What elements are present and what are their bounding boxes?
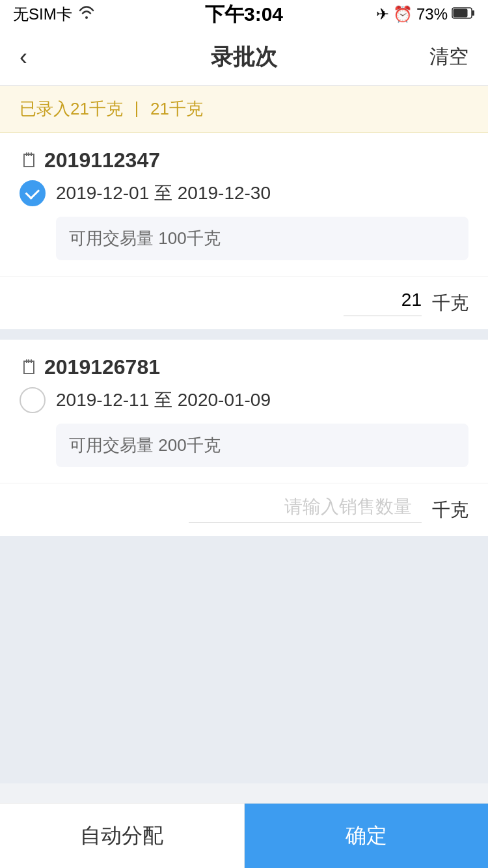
auto-distribute-button[interactable]: 自动分配 [0,804,245,868]
batch-2-date-row[interactable]: 2019-12-11 至 2020-01-09 [20,387,468,413]
back-button[interactable]: ‹ [20,44,59,71]
batch-2-id-row: 🗒 2019126781 [20,355,468,379]
batch-1-unit: 千克 [432,291,468,316]
batch-1-card: 🗒 2019112347 2019-12-01 至 2019-12-30 可用交… [0,133,488,329]
batch-1-date-row[interactable]: 2019-12-01 至 2019-12-30 [20,180,468,206]
batch-1-amount-value: 21 [344,290,422,316]
status-right: ✈ ⏰ 73% [376,5,475,23]
section-divider [0,329,488,340]
clear-button[interactable]: 清空 [429,44,468,70]
batch-2-radio[interactable] [20,387,46,413]
batch-1-id-row: 🗒 2019112347 [20,148,468,172]
batch-2-qty-input[interactable] [189,496,422,523]
battery-text: 73% [416,5,448,23]
summary-label: 已录入21千克 [20,98,123,120]
time-display: 下午3:04 [205,1,283,28]
batch-1-amount-row: 21 千克 [0,276,488,329]
batch-1-date: 2019-12-01 至 2019-12-30 [56,181,271,206]
batch-2-input-row: 千克 [0,483,488,536]
batch-2-id: 2019126781 [44,355,160,379]
battery-icon [452,5,475,23]
summary-bar: 已录入21千克 21千克 [0,86,488,133]
batch-1-quantity: 21 [401,290,422,310]
wifi-icon [77,5,96,23]
batch-1-item: 🗒 2019112347 2019-12-01 至 2019-12-30 可用交… [0,133,488,260]
footer: 自动分配 确定 [0,803,488,868]
carrier-text: 无SIM卡 [13,4,72,25]
batch-2-item: 🗒 2019126781 2019-12-11 至 2020-01-09 可用交… [0,340,488,467]
summary-divider [136,102,137,117]
batch-id-icon-2: 🗒 [20,357,39,379]
batch-2-unit: 千克 [432,498,468,522]
batch-id-icon-1: 🗒 [20,150,39,172]
status-left: 无SIM卡 [13,4,96,25]
batch-2-available: 可用交易量 200千克 [56,424,468,467]
nav-bar: ‹ 录批次 清空 [0,29,488,86]
page-title: 录批次 [211,42,277,72]
confirm-button[interactable]: 确定 [245,804,489,868]
svg-rect-2 [454,9,468,18]
batch-1-id: 2019112347 [44,148,160,172]
batch-2-card: 🗒 2019126781 2019-12-11 至 2020-01-09 可用交… [0,340,488,536]
alarm-icon: ⏰ [393,5,413,23]
svg-rect-1 [472,10,474,16]
batch-1-radio[interactable] [20,180,46,206]
empty-area [0,536,488,783]
location-icon: ✈ [376,5,389,23]
batch-2-date: 2019-12-11 至 2020-01-09 [56,388,271,413]
status-bar: 无SIM卡 下午3:04 ✈ ⏰ 73% [0,0,488,29]
summary-value: 21千克 [150,98,203,120]
batch-1-available: 可用交易量 100千克 [56,217,468,260]
